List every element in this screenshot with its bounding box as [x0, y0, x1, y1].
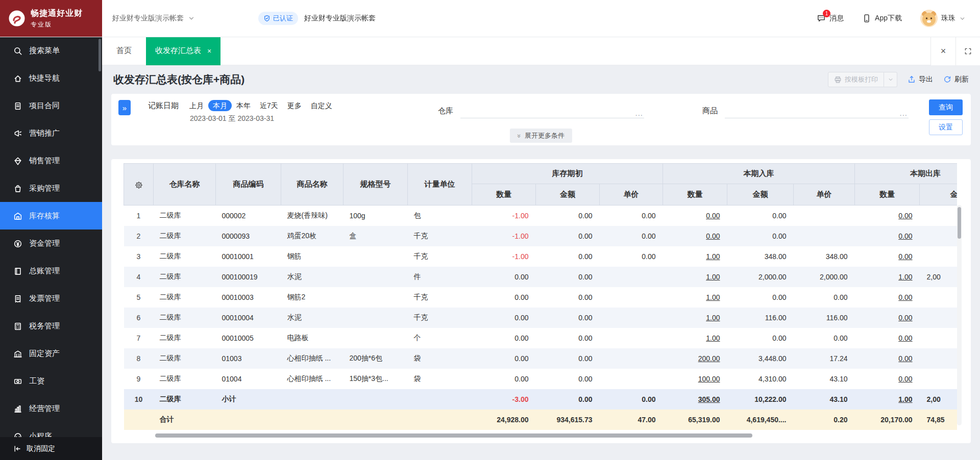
sidebar-item-sales[interactable]: 销售管理: [0, 147, 102, 174]
date-option[interactable]: 更多: [283, 100, 306, 111]
drilldown-link[interactable]: 0.00: [898, 212, 912, 220]
messages-label: 消息: [829, 14, 844, 23]
vertical-scrollbar-thumb[interactable]: [958, 207, 961, 239]
warehouse-input[interactable]: ...: [460, 104, 644, 118]
table-row[interactable]: 6二级库00010004水泥千克0.000.001.00116.00116.00…: [124, 308, 958, 328]
drilldown-link[interactable]: 0.00: [898, 334, 912, 342]
sidebar-item-funds[interactable]: 资金管理: [0, 229, 102, 257]
cell-unit: 件: [408, 267, 472, 287]
query-button[interactable]: 查询: [929, 99, 963, 115]
column-settings-button[interactable]: [124, 164, 154, 206]
date-option[interactable]: 本年: [232, 100, 255, 111]
vertical-scrollbar[interactable]: [957, 205, 962, 425]
sidebar-item-label: 快捷导航: [29, 73, 60, 83]
tab-summary-report[interactable]: 收发存汇总表 ×: [146, 37, 220, 65]
sidebar-item-fixed-assets[interactable]: 固定资产: [0, 340, 102, 367]
cell-name: [281, 389, 344, 410]
cell-unit: 袋: [408, 369, 472, 389]
expand-more-conditions-button[interactable]: » 展开更多条件: [510, 129, 572, 143]
table-row[interactable]: 2二级库0000093鸡蛋20枚盒千克-1.000.000.000.000.00…: [124, 226, 958, 246]
total-row: 合计24,928.00934,615.7347.0065,319.004,619…: [124, 410, 958, 430]
date-option[interactable]: 自定义: [306, 100, 337, 111]
cell-value: 0.00: [772, 232, 786, 240]
table-row[interactable]: 7二级库00010005电路板个0.000.001.000.000.000.00: [124, 328, 958, 348]
purchase-icon: [13, 183, 22, 193]
cell-value: 0.00: [514, 273, 528, 281]
table-row[interactable]: 5二级库00010003钢筋2千克0.000.001.000.000.000.0…: [124, 287, 958, 308]
sidebar-item-invoice[interactable]: 发票管理: [0, 285, 102, 312]
table-row[interactable]: 8二级库01003心相印抽纸 ...200抽*6包袋0.000.00200.00…: [124, 348, 958, 369]
sub-header: 数量: [472, 184, 536, 206]
drilldown-link[interactable]: 1.00: [898, 395, 912, 403]
drilldown-link[interactable]: 0.00: [898, 252, 912, 261]
refresh-button-label: 刷新: [954, 75, 969, 84]
product-more-button[interactable]: ...: [899, 109, 908, 117]
print-by-template-button[interactable]: 按模板打印: [828, 72, 897, 87]
sidebar-item-project-contract[interactable]: 项目合同: [0, 92, 102, 119]
drilldown-link[interactable]: 0.00: [898, 375, 912, 383]
date-option[interactable]: 上月: [185, 100, 208, 111]
table-row[interactable]: 3二级库00010001钢筋千克-1.000.000.001.00348.003…: [124, 246, 958, 267]
refresh-button[interactable]: 刷新: [943, 75, 969, 84]
drilldown-link[interactable]: 1.00: [706, 273, 720, 281]
drilldown-link[interactable]: 305.00: [698, 395, 720, 403]
sidebar-item-search-menu[interactable]: 搜索菜单: [0, 37, 102, 64]
row-number: 8: [124, 348, 154, 369]
app-download-label: App下载: [875, 14, 902, 23]
drilldown-link[interactable]: 100.00: [698, 375, 720, 383]
table-row[interactable]: 10二级库小计-3.000.000.00305.0010,222.0043.10…: [124, 389, 958, 410]
user-menu[interactable]: 珠珠: [920, 10, 966, 27]
row-number: 4: [124, 267, 154, 287]
horizontal-scrollbar[interactable]: [124, 433, 957, 438]
product-input[interactable]: ...: [725, 104, 909, 118]
close-all-tabs-button[interactable]: ×: [931, 37, 955, 65]
horizontal-scrollbar-thumb[interactable]: [155, 433, 752, 438]
cell-code: 01004: [216, 369, 281, 389]
drilldown-link[interactable]: 0.00: [898, 232, 912, 240]
table-row[interactable]: 9二级库01004心相印抽纸 ...150抽*3包...袋0.000.00100…: [124, 369, 958, 389]
sidebar-item-quick-nav[interactable]: 快捷导航: [0, 64, 102, 92]
cell-value: 0.00: [514, 375, 528, 383]
date-option[interactable]: 近7天: [255, 100, 283, 111]
fullscreen-button[interactable]: [955, 37, 980, 65]
drilldown-link[interactable]: 1.00: [706, 314, 720, 322]
export-button[interactable]: 导出: [908, 75, 933, 84]
sidebar-item-purchase[interactable]: 采购管理: [0, 174, 102, 202]
drilldown-link[interactable]: 0.00: [898, 293, 912, 301]
drilldown-link[interactable]: 0.00: [898, 354, 912, 363]
account-set-selector[interactable]: 好业财专业版演示帐套: [112, 14, 245, 23]
drilldown-link[interactable]: 1.00: [706, 293, 720, 301]
product-filter-label: 商品: [702, 106, 718, 118]
chevron-down-icon: [188, 15, 195, 22]
sidebar-item-inventory[interactable]: 库存核算: [0, 202, 102, 229]
tab-home[interactable]: 首页: [102, 46, 146, 56]
business-icon: [13, 403, 22, 413]
assets-icon: [13, 348, 22, 358]
expand-filter-button[interactable]: »: [118, 100, 131, 115]
sidebar-item-salary[interactable]: 工资: [0, 367, 102, 395]
drilldown-link[interactable]: 1.00: [898, 273, 912, 281]
sidebar-item-ledger[interactable]: 总账管理: [0, 257, 102, 285]
table-row[interactable]: 4二级库000100019水泥件0.000.001.002,000.002,00…: [124, 267, 958, 287]
drilldown-link[interactable]: 0.00: [706, 232, 720, 240]
drilldown-link[interactable]: 0.00: [706, 212, 720, 220]
sidebar-item-business[interactable]: 经营管理: [0, 395, 102, 422]
sidebar-item-marketing[interactable]: 营销推广: [0, 119, 102, 147]
messages-button[interactable]: 1 消息: [817, 14, 844, 23]
tab-close-icon[interactable]: ×: [207, 47, 211, 55]
settings-button[interactable]: 设置: [929, 119, 963, 135]
unpin-sidebar-button[interactable]: 取消固定: [0, 437, 102, 460]
print-dropdown-button[interactable]: [884, 72, 897, 87]
date-option[interactable]: 本月: [208, 100, 232, 111]
drilldown-link[interactable]: 200.00: [698, 354, 720, 363]
warehouse-more-button[interactable]: ...: [635, 109, 643, 117]
sidebar-item-tax[interactable]: 税务管理: [0, 312, 102, 340]
drilldown-link[interactable]: 0.00: [898, 314, 912, 322]
sidebar-scrollbar[interactable]: [99, 39, 101, 71]
drilldown-link[interactable]: 1.00: [706, 334, 720, 342]
app-download-button[interactable]: App下载: [862, 14, 902, 23]
drilldown-link[interactable]: 1.00: [706, 252, 720, 261]
sidebar-item-mini-program[interactable]: 小程序: [0, 422, 102, 437]
table-row[interactable]: 1二级库000002麦烧(香辣味)100g包-1.000.000.000.000…: [124, 206, 958, 226]
cell-spec: [344, 328, 408, 348]
